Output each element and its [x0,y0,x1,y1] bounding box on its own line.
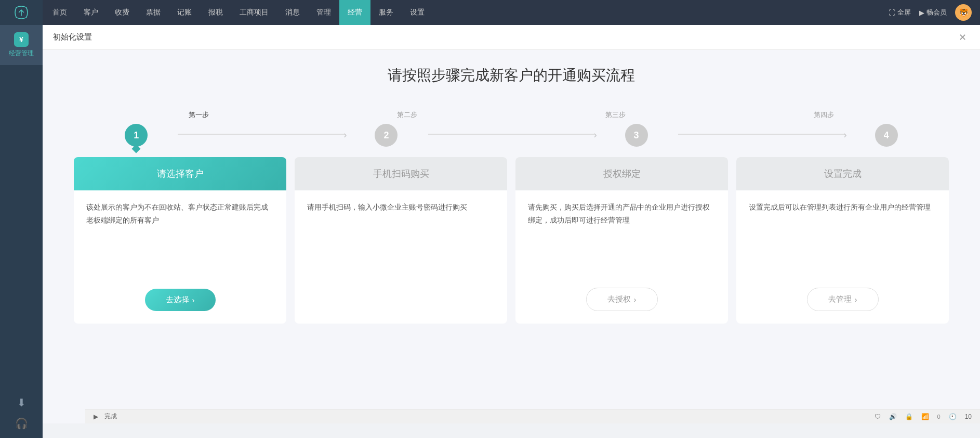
step-label-2: 第二步 [303,110,511,120]
volume-icon: 🔊 [889,413,897,420]
nav-customer[interactable]: 客户 [75,0,107,25]
card-1: 请选择客户 该处展示的客户为不在回收站、客户状态正常建账后完成老板端绑定的所有客… [74,157,286,324]
go-manage-icon: › [855,295,857,304]
sidebar-item-management[interactable]: ¥ 经营管理 [0,25,43,65]
steps-labels-row: 第一步 第二步 第三步 第四步 [95,110,928,120]
nav-operation[interactable]: 经营 [339,0,370,25]
main-title: 请按照步骤完成新客户的开通购买流程 [63,66,959,85]
go-authorize-icon: › [634,295,637,304]
connector-3-4: › [678,134,845,135]
status-bar-right: 🛡 🔊 🔒 📶 0 🕙 10 [875,413,972,420]
go-select-label: 去选择 [166,295,189,305]
sidebar-bottom-actions: ⬇ 🎧 [15,396,28,430]
fullscreen-icon: ⛶ [889,9,895,17]
card-1-body: 该处展示的客户为不在回收站、客户状态正常建账后完成老板端绑定的所有客户 [74,190,286,280]
card-2-body: 请用手机扫码，输入小微企业主账号密码进行购买 [295,190,507,303]
vip-icon: ▶ [919,9,924,17]
go-select-icon: › [192,295,195,304]
card-2-header: 手机扫码购买 [295,157,507,190]
status-bar: ▶ 完成 🛡 🔊 🔒 📶 0 🕙 10 [85,409,980,423]
step-circle-4: 4 [875,124,898,147]
go-manage-label: 去管理 [828,294,852,304]
card-3-header: 授权绑定 [515,157,728,190]
card-3: 授权绑定 请先购买，购买后选择开通的产品中的企业用户进行授权绑定，成功后即可进行… [515,157,728,324]
management-icon: ¥ [14,32,29,47]
step-circle-2: 2 [375,124,398,147]
download-icon[interactable]: ⬇ [17,396,26,409]
avatar[interactable]: 🐯 [955,4,972,21]
connector-1-2: › [178,134,345,135]
step-label-4: 第四步 [720,110,928,120]
content-area: 请按照步骤完成新客户的开通购买流程 第一步 第二步 第三步 第四步 1 [43,50,980,423]
card-3-footer: 去授权 › [515,279,728,324]
time-label: 10 [965,413,972,420]
step-label-3: 第三步 [511,110,720,120]
go-authorize-label: 去授权 [607,294,631,304]
shield-icon: 🛡 [875,413,881,420]
go-manage-button[interactable]: 去管理 › [807,288,879,311]
lock-icon: 🔒 [905,413,913,420]
card-1-footer: 去选择 › [74,280,286,324]
go-authorize-button[interactable]: 去授权 › [586,288,658,311]
sidebar: ¥ 经营管理 ⬇ 🎧 [0,0,43,438]
play-icon: ▶ [94,413,98,420]
step-circle-3: 3 [625,124,648,147]
step-node-4: 4 [845,124,928,147]
nav-accounting[interactable]: 记账 [169,0,200,25]
card-2: 手机扫码购买 请用手机扫码，输入小微企业主账号密码进行购买 [295,157,507,324]
steps-nodes-row: 1 › 2 › [95,124,928,147]
nav-service[interactable]: 服务 [370,0,402,25]
sidebar-logo [0,0,43,25]
vip-label: 畅会员 [926,8,947,17]
card-4-footer: 去管理 › [736,279,949,324]
fullscreen-button[interactable]: ⛶ 全屏 [889,8,911,17]
sidebar-item-label: 经营管理 [9,49,34,58]
close-button[interactable]: ✕ [955,30,970,45]
main-content: 初始化设置 ✕ 请按照步骤完成新客户的开通购买流程 第一步 第二步 第三步 第四… [43,25,980,423]
status-label: 完成 [104,412,117,421]
card-4-header: 设置完成 [736,157,949,190]
connector-2-3: › [428,134,595,135]
clock-icon: 🕙 [949,413,957,420]
cards-container: 请选择客户 该处展示的客户为不在回收站、客户状态正常建账后完成老板端绑定的所有客… [63,157,959,324]
step-node-1: 1 [95,124,178,147]
step-circle-1: 1 [125,124,148,147]
nav-business[interactable]: 工商项目 [231,0,277,25]
page-title: 初始化设置 [53,32,92,42]
support-icon[interactable]: 🎧 [15,417,28,430]
steps-section: 第一步 第二步 第三步 第四步 1 › [63,110,959,147]
card-3-body: 请先购买，购买后选择开通的产品中的企业用户进行授权绑定，成功后即可进行经营管理 [515,190,728,279]
card-2-footer [295,303,507,324]
page-header: 初始化设置 ✕ [43,25,980,50]
nav-message[interactable]: 消息 [277,0,308,25]
vip-button[interactable]: ▶ 畅会员 [919,8,947,17]
nav-tax[interactable]: 报税 [200,0,231,25]
nav-ticket[interactable]: 票据 [138,0,169,25]
step-label-1: 第一步 [95,110,303,120]
card-4: 设置完成 设置完成后可以在管理列表进行所有企业用户的经营管理 去管理 › [736,157,949,324]
top-nav: 首页 客户 收费 票据 记账 报税 工商项目 消息 管理 经营 服务 设置 ⛶ … [0,0,980,25]
nav-settings[interactable]: 设置 [402,0,433,25]
nav-fee[interactable]: 收费 [107,0,138,25]
nav-right-section: ⛶ 全屏 ▶ 畅会员 🐯 [889,4,980,21]
card-1-header: 请选择客户 [74,157,286,190]
go-select-button[interactable]: 去选择 › [145,289,216,311]
card-4-body: 设置完成后可以在管理列表进行所有企业用户的经营管理 [736,190,949,279]
wifi-zero: 0 [937,414,941,420]
nav-home[interactable]: 首页 [44,0,75,25]
wifi-icon: 📶 [921,413,929,420]
nav-admin[interactable]: 管理 [308,0,339,25]
fullscreen-label: 全屏 [897,8,911,17]
step-node-2: 2 [345,124,428,147]
step-node-3: 3 [594,124,678,147]
